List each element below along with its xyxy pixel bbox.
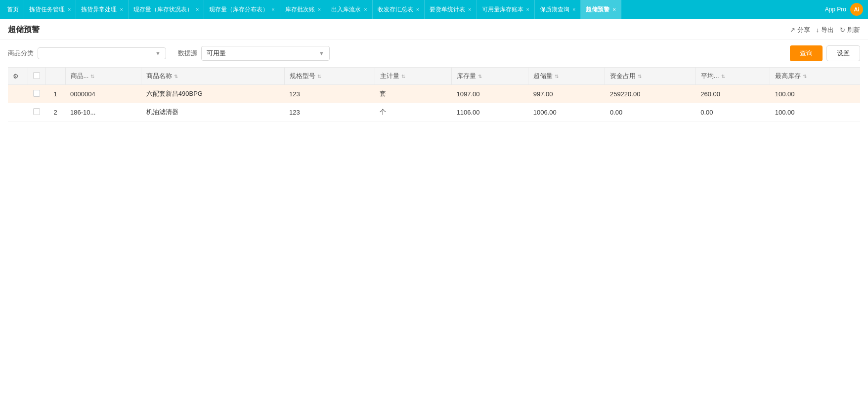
th-product-code[interactable]: 商品... ⇅ <box>65 68 141 85</box>
nav-tab-close-8[interactable]: × <box>468 6 471 12</box>
settings-button[interactable]: 设置 <box>826 45 860 61</box>
td-checkbox-1[interactable] <box>28 103 45 121</box>
td-overstock-1: 1006.00 <box>528 103 605 121</box>
filter-actions: 查询 设置 <box>790 45 860 61</box>
table-header-row: ⚙ 商品... ⇅ 商品名称 ⇅ <box>8 68 860 85</box>
category-label: 商品分类 <box>8 49 34 58</box>
nav-tab-label-11: 超储预警 <box>586 5 609 14</box>
th-gear[interactable]: ⚙ <box>8 68 28 85</box>
td-unit-0: 套 <box>375 85 451 103</box>
nav-tab-close-7[interactable]: × <box>416 6 419 12</box>
nav-tab-label-2: 拣货异常处理 <box>81 5 117 14</box>
th-index <box>45 68 65 85</box>
avatar: Ai <box>850 3 863 16</box>
nav-tab-close-9[interactable]: × <box>526 6 529 12</box>
nav-tab-close-5[interactable]: × <box>318 6 321 12</box>
td-avg-1: 0.00 <box>695 103 770 121</box>
query-button[interactable]: 查询 <box>790 45 823 61</box>
category-filter: 商品分类 ▼ <box>8 47 166 59</box>
th-product-name-label: 商品名称 <box>146 72 172 80</box>
th-avg[interactable]: 平均... ⇅ <box>695 68 770 85</box>
th-overstock-label: 超储量 <box>533 72 553 80</box>
filter-bar: 商品分类 ▼ 数据源 可用量 ▼ 查询 设置 <box>0 40 868 67</box>
td-stock-0: 1097.00 <box>451 85 528 103</box>
th-stock-label: 库存量 <box>457 72 476 80</box>
refresh-button[interactable]: ↻ 刷新 <box>840 26 860 35</box>
nav-tab-close-6[interactable]: × <box>364 6 367 12</box>
nav-tab-label-3: 现存量（库存状况表） <box>133 5 193 14</box>
nav-tab-4[interactable]: 现存量（库存分布表）× <box>204 0 280 19</box>
nav-tab-11[interactable]: 超储预警× <box>581 0 621 19</box>
header-actions: ↗ 分享 ↓ 导出 ↻ 刷新 <box>790 26 861 35</box>
nav-tab-close-4[interactable]: × <box>271 6 274 12</box>
nav-tab-0[interactable]: 首页 <box>2 0 24 19</box>
nav-tab-label-10: 保质期查询 <box>540 5 569 14</box>
top-navigation: 首页拣货任务管理×拣货异常处理×现存量（库存状况表）×现存量（库存分布表）×库存… <box>0 0 868 19</box>
td-gear-0 <box>8 85 28 103</box>
th-capital[interactable]: 资金占用 ⇅ <box>605 68 695 85</box>
th-stock[interactable]: 库存量 ⇅ <box>451 68 528 85</box>
nav-tab-close-11[interactable]: × <box>612 6 615 12</box>
th-unit-label: 主计量 <box>380 72 399 80</box>
td-spec-1: 123 <box>284 103 375 121</box>
nav-tab-label-9: 可用量库存账本 <box>482 5 523 14</box>
td-product_code-1: 186-10... <box>65 103 141 121</box>
nav-tab-5[interactable]: 库存批次账× <box>280 0 326 19</box>
sort-icon-overstock: ⇅ <box>555 74 559 79</box>
th-spec-label: 规格型号 <box>290 72 315 80</box>
th-capital-label: 资金占用 <box>610 72 636 80</box>
td-product_name-1: 机油滤清器 <box>141 103 284 121</box>
td-max_stock-1: 100.00 <box>770 103 860 121</box>
nav-tab-close-1[interactable]: × <box>68 6 71 12</box>
table-row: 2186-10...机油滤清器123个1106.001006.000.000.0… <box>8 103 860 121</box>
nav-tab-close-3[interactable]: × <box>196 6 199 12</box>
row-checkbox-1[interactable] <box>33 108 40 115</box>
nav-tab-1[interactable]: 拣货任务管理× <box>24 0 76 19</box>
th-avg-label: 平均... <box>701 72 719 80</box>
sort-icon-spec: ⇅ <box>317 74 321 79</box>
refresh-icon: ↻ <box>840 26 845 34</box>
export-icon: ↓ <box>816 26 820 34</box>
export-button[interactable]: ↓ 导出 <box>816 26 834 35</box>
share-button[interactable]: ↗ 分享 <box>790 26 810 35</box>
gear-icon: ⚙ <box>13 73 19 80</box>
nav-tab-2[interactable]: 拣货异常处理× <box>76 0 128 19</box>
td-checkbox-0[interactable] <box>28 85 45 103</box>
datasource-label: 数据源 <box>178 49 197 58</box>
th-spec[interactable]: 规格型号 ⇅ <box>284 68 375 85</box>
td-product_name-0: 六配套新昌490BPG <box>141 85 284 103</box>
td-capital-1: 0.00 <box>605 103 695 121</box>
nav-tab-close-10[interactable]: × <box>572 6 575 12</box>
datasource-select[interactable]: 可用量 ▼ <box>201 46 330 61</box>
header-checkbox[interactable] <box>33 72 40 79</box>
nav-tab-3[interactable]: 现存量（库存状况表）× <box>129 0 204 19</box>
th-unit[interactable]: 主计量 ⇅ <box>375 68 451 85</box>
th-product-code-label: 商品... <box>71 72 89 80</box>
category-select[interactable]: ▼ <box>38 47 166 59</box>
nav-tab-label-0: 首页 <box>7 5 19 14</box>
th-checkbox[interactable] <box>28 68 45 85</box>
nav-tab-6[interactable]: 出入库流水× <box>326 0 372 19</box>
nav-tab-7[interactable]: 收发存汇总表× <box>373 0 425 19</box>
sort-icon-unit: ⇅ <box>401 74 405 79</box>
data-table: ⚙ 商品... ⇅ 商品名称 ⇅ <box>8 67 860 121</box>
td-stock-1: 1106.00 <box>451 103 528 121</box>
nav-tab-10[interactable]: 保质期查询× <box>535 0 581 19</box>
share-icon: ↗ <box>790 26 795 34</box>
table-container: ⚙ 商品... ⇅ 商品名称 ⇅ <box>0 67 868 121</box>
nav-tab-9[interactable]: 可用量库存账本× <box>477 0 535 19</box>
nav-tab-close-2[interactable]: × <box>120 6 123 12</box>
td-index-0: 1 <box>45 85 65 103</box>
row-checkbox-0[interactable] <box>33 90 40 97</box>
nav-tab-8[interactable]: 要货单统计表× <box>425 0 477 19</box>
th-product-name[interactable]: 商品名称 ⇅ <box>141 68 284 85</box>
sort-icon-product-name: ⇅ <box>174 74 178 79</box>
td-overstock-0: 997.00 <box>528 85 605 103</box>
user-area: App Pro Ai <box>820 0 868 19</box>
td-spec-0: 123 <box>284 85 375 103</box>
th-max-stock-label: 最高库存 <box>775 72 801 80</box>
th-overstock[interactable]: 超储量 ⇅ <box>528 68 605 85</box>
datasource-dropdown-icon: ▼ <box>319 50 324 56</box>
nav-tab-label-8: 要货单统计表 <box>430 5 465 14</box>
th-max-stock[interactable]: 最高库存 ⇅ <box>770 68 860 85</box>
